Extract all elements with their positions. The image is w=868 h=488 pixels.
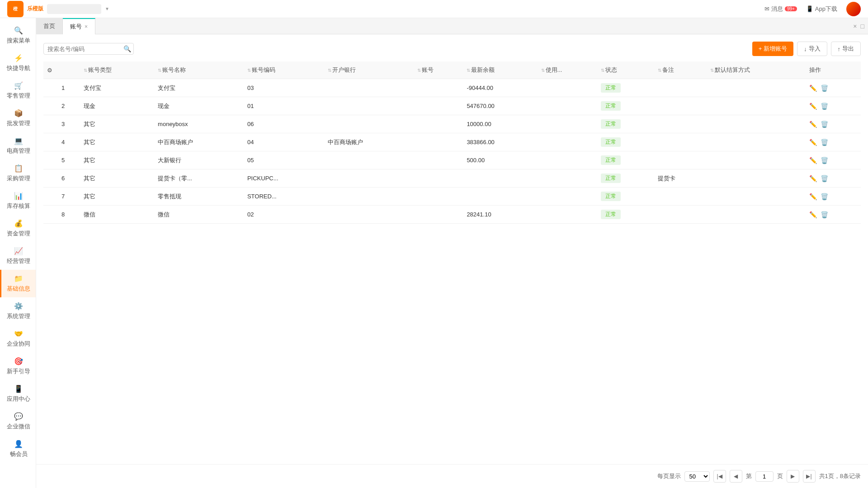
export-button[interactable]: ↑ 导出 (831, 42, 861, 56)
sidebar-item-search[interactable]: 🔍 搜索菜单 (0, 22, 36, 49)
sidebar-item-member[interactable]: 👤 畅会员 (0, 435, 36, 463)
delete-icon[interactable]: 🗑️ (821, 175, 828, 182)
edit-icon[interactable]: ✏️ (809, 211, 817, 218)
col-code[interactable]: ⇅账号编码 (244, 61, 324, 79)
sidebar-item-wholesale[interactable]: 📦 批发管理 (0, 104, 36, 132)
sidebar-item-inventory[interactable]: 📊 库存核算 (0, 187, 36, 215)
sidebar-item-purchase[interactable]: 📋 采购管理 (0, 160, 36, 187)
page-input[interactable] (755, 471, 774, 482)
tab-close-button[interactable]: × (853, 23, 857, 30)
row-balance (463, 188, 537, 206)
col-default-payment[interactable]: ⇅默认结算方式 (707, 61, 806, 79)
import-button[interactable]: ↓ 导入 (797, 42, 827, 56)
delete-icon[interactable]: 🗑️ (821, 103, 828, 110)
sidebar-item-wechat[interactable]: 💬 企业微信 (0, 408, 36, 435)
row-account (414, 206, 463, 224)
last-page-button[interactable]: ▶| (803, 470, 816, 483)
member-icon: 👤 (14, 440, 23, 448)
sidebar-item-basic-info[interactable]: 📁 基础信息 (0, 270, 36, 297)
col-bank[interactable]: ⇅开户银行 (324, 61, 414, 79)
row-status: 正常 (597, 169, 654, 188)
search-input[interactable] (47, 46, 123, 52)
sidebar-item-inventory-label: 库存核算 (7, 202, 30, 210)
row-code: 01 (244, 97, 324, 115)
col-balance[interactable]: ⇅最新余额 (463, 61, 537, 79)
sidebar-item-operations[interactable]: 📈 经营管理 (0, 242, 36, 270)
sidebar-item-system-label: 系统管理 (7, 312, 30, 320)
row-balance: 547670.00 (463, 97, 537, 115)
row-name: 大新银行 (154, 151, 244, 169)
top-search-input[interactable] (47, 4, 101, 14)
row-name: 微信 (154, 206, 244, 224)
guide-icon: 🎯 (14, 357, 23, 366)
row-usage (538, 188, 597, 206)
col-usage[interactable]: ⇅使用... (538, 61, 597, 79)
row-code: PICKUPC... (244, 169, 324, 188)
row-account (414, 79, 463, 97)
inventory-icon: 📊 (14, 192, 23, 200)
sidebar-item-system[interactable]: ⚙️ 系统管理 (0, 297, 36, 325)
tab-bar: 首页 账号 × × □ (36, 18, 868, 34)
sidebar-item-wechat-label: 企业微信 (7, 422, 30, 431)
delete-icon[interactable]: 🗑️ (821, 139, 828, 146)
tab-maximize-button[interactable]: □ (861, 23, 864, 30)
sidebar-item-app-center[interactable]: 📱 应用中心 (0, 380, 36, 408)
search-box[interactable]: 🔍 (43, 43, 134, 55)
delete-icon[interactable]: 🗑️ (821, 84, 828, 92)
download-button[interactable]: 📱 App下载 (806, 5, 837, 13)
edit-icon[interactable]: ✏️ (809, 84, 817, 92)
tab-account[interactable]: 账号 × (63, 18, 95, 34)
edit-icon[interactable]: ✏️ (809, 103, 817, 110)
export-icon: ↑ (838, 46, 841, 52)
sidebar-item-guide[interactable]: 🎯 新手引导 (0, 352, 36, 380)
row-name: 零售抵现 (154, 188, 244, 206)
delete-icon[interactable]: 🗑️ (821, 193, 828, 200)
tab-home[interactable]: 首页 (36, 18, 63, 34)
table-row: 8 微信 微信 02 28241.10 正常 ✏️ 🗑️ (43, 206, 861, 224)
first-page-button[interactable]: |◀ (713, 470, 726, 483)
row-remark: 提货卡 (654, 169, 707, 188)
row-account (414, 133, 463, 151)
sidebar-item-search-label: 搜索菜单 (7, 37, 30, 45)
col-type[interactable]: ⇅账号类型 (80, 61, 154, 79)
row-status: 正常 (597, 151, 654, 169)
avatar[interactable] (846, 2, 861, 16)
sidebar-item-finance[interactable]: 💰 资金管理 (0, 215, 36, 242)
delete-icon[interactable]: 🗑️ (821, 157, 828, 164)
row-balance: -90444.00 (463, 79, 537, 97)
sidebar-item-collab[interactable]: 🤝 企业协同 (0, 325, 36, 352)
prev-page-button[interactable]: ◀ (730, 470, 742, 483)
dropdown-arrow-icon: ▼ (105, 6, 109, 11)
edit-icon[interactable]: ✏️ (809, 175, 817, 182)
sidebar-item-quick-nav[interactable]: ⚡ 快捷导航 (0, 49, 36, 77)
row-bank (324, 115, 414, 133)
row-bank (324, 151, 414, 169)
tab-close-icon[interactable]: × (85, 23, 88, 30)
delete-icon[interactable]: 🗑️ (821, 121, 828, 128)
delete-icon[interactable]: 🗑️ (821, 211, 828, 218)
col-settings[interactable]: ⚙ (43, 61, 58, 79)
col-remark[interactable]: ⇅备注 (654, 61, 707, 79)
col-name[interactable]: ⇅账号名称 (154, 61, 244, 79)
edit-icon[interactable]: ✏️ (809, 157, 817, 164)
operations-icon: 📈 (14, 247, 23, 255)
row-balance: 500.00 (463, 151, 537, 169)
sidebar-item-ecommerce[interactable]: 💻 电商管理 (0, 132, 36, 160)
sidebar-item-retail[interactable]: 🛒 零售管理 (0, 77, 36, 104)
next-page-button[interactable]: ▶ (787, 470, 799, 483)
col-account[interactable]: ⇅账号 (414, 61, 463, 79)
sidebar-item-wholesale-label: 批发管理 (7, 119, 30, 127)
edit-icon[interactable]: ✏️ (809, 193, 817, 200)
row-type: 其它 (80, 188, 154, 206)
add-account-button[interactable]: + 新增账号 (752, 42, 793, 56)
row-name: 中百商场账户 (154, 133, 244, 151)
page-size-select[interactable]: 50 100 200 (684, 471, 710, 482)
col-status[interactable]: ⇅状态 (597, 61, 654, 79)
message-button[interactable]: ✉ 消息 99+ (764, 5, 797, 13)
row-bank (324, 206, 414, 224)
tab-controls: × □ (853, 23, 868, 30)
row-actions: ✏️ 🗑️ (806, 188, 861, 206)
edit-icon[interactable]: ✏️ (809, 139, 817, 146)
edit-icon[interactable]: ✏️ (809, 121, 817, 128)
row-status: 正常 (597, 97, 654, 115)
